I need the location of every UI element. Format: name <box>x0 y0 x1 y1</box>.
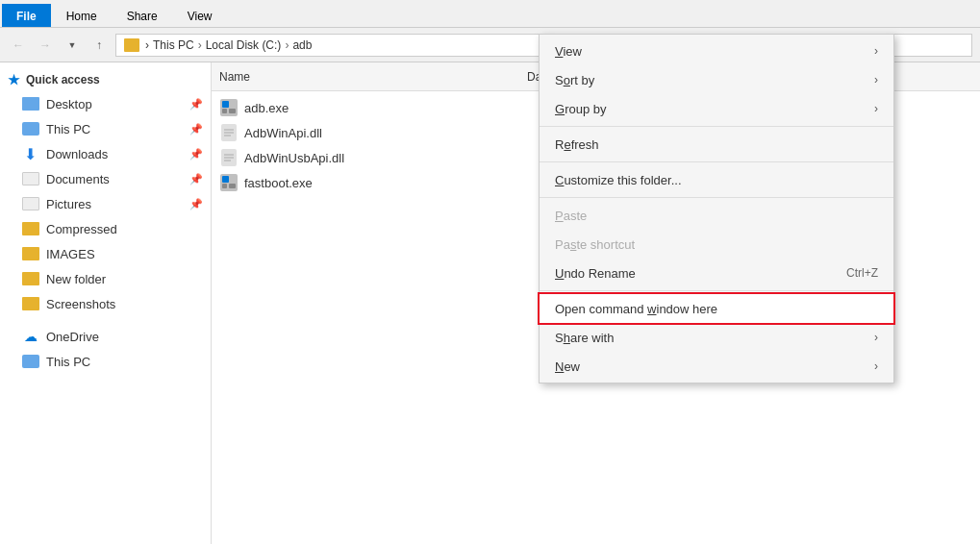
sidebar-item-images[interactable]: IMAGES <box>0 241 211 266</box>
sidebar-item-new-folder[interactable]: New folder <box>0 266 211 291</box>
compressed-folder-icon <box>21 221 40 236</box>
svg-rect-15 <box>229 184 236 188</box>
ctx-label-new: New <box>555 359 580 374</box>
ctx-item-undo-rename[interactable]: Undo Rename Ctrl+Z <box>540 259 893 287</box>
ctx-shortcut-undo-rename: Ctrl+Z <box>846 266 878 280</box>
ctx-item-paste-shortcut: Paste shortcut <box>540 230 893 259</box>
recent-locations-button[interactable]: ▼ <box>62 35 83 56</box>
ctx-label-refresh: Refresh <box>555 137 599 152</box>
sidebar-label-images: IMAGES <box>46 247 95 261</box>
ctx-item-share-with[interactable]: Share with › <box>540 323 893 352</box>
new-folder-icon <box>21 271 40 286</box>
sidebar-label-pictures: Pictures <box>46 197 91 211</box>
pictures-icon <box>21 196 40 211</box>
sidebar-label-documents: Documents <box>46 172 110 186</box>
svg-rect-1 <box>222 101 229 108</box>
sidebar-item-screenshots[interactable]: Screenshots <box>0 291 211 316</box>
ctx-item-new[interactable]: New › <box>540 352 893 381</box>
sidebar-item-downloads[interactable]: ⬇ Downloads 📌 <box>0 141 211 166</box>
ctx-label-share-with: Share with <box>555 331 614 345</box>
forward-button[interactable]: → <box>35 35 56 56</box>
svg-rect-13 <box>222 176 229 183</box>
path-part-localdisk: Local Disk (C:) <box>206 38 282 52</box>
thispc-icon <box>21 121 40 136</box>
sidebar-item-pictures[interactable]: Pictures 📌 <box>0 191 211 216</box>
path-part-adb: adb <box>292 38 312 52</box>
file-name-fastboot-exe: fastboot.exe <box>244 176 313 190</box>
ctx-arrow-view: › <box>874 44 878 58</box>
tab-share[interactable]: Share <box>113 4 172 27</box>
quick-access-header[interactable]: ★ Quick access <box>0 68 211 91</box>
ribbon: File Home Share View <box>0 0 980 28</box>
up-button[interactable]: ↑ <box>88 35 110 56</box>
tab-file[interactable]: File <box>2 4 51 27</box>
pin-icon-desktop: 📌 <box>189 98 203 111</box>
ctx-label-customize: Customize this folder... <box>555 173 682 187</box>
sidebar-label-downloads: Downloads <box>46 147 108 161</box>
sidebar-label-new-folder: New folder <box>46 272 106 286</box>
adbwinapi-icon <box>219 124 239 141</box>
sidebar-item-thispc[interactable]: This PC 📌 <box>0 116 211 141</box>
ctx-arrow-new: › <box>874 359 878 373</box>
sidebar-label-screenshots: Screenshots <box>46 297 115 311</box>
back-button[interactable]: ← <box>8 35 29 56</box>
tab-home[interactable]: Home <box>52 4 112 27</box>
file-name-adbwinapi: AdbWinApi.dll <box>244 126 322 140</box>
sidebar-item-desktop[interactable]: Desktop 📌 <box>0 91 211 116</box>
ctx-label-undo-rename: Undo Rename <box>555 266 636 281</box>
screenshots-folder-icon <box>21 296 40 311</box>
main-layout: ★ Quick access Desktop 📌 This PC 📌 ⬇ Dow… <box>0 62 980 544</box>
tab-view[interactable]: View <box>173 4 227 27</box>
file-name-adbwinusbapi: AdbWinUsbApi.dll <box>244 151 344 165</box>
thispc-bottom-icon <box>21 354 40 369</box>
quick-access-label: Quick access <box>26 73 100 87</box>
pin-icon-downloads: 📌 <box>189 148 203 161</box>
sidebar: ★ Quick access Desktop 📌 This PC 📌 ⬇ Dow… <box>0 62 212 544</box>
sidebar-item-thispc-bottom[interactable]: This PC <box>0 349 211 374</box>
sidebar-label-desktop: Desktop <box>46 97 92 111</box>
svg-rect-3 <box>229 109 236 113</box>
ctx-separator-3 <box>540 197 893 198</box>
svg-rect-14 <box>222 184 227 188</box>
sidebar-item-documents[interactable]: Documents 📌 <box>0 166 211 191</box>
documents-icon <box>21 171 40 186</box>
ctx-item-group-by[interactable]: Group by › <box>540 94 893 123</box>
ctx-item-sort-by[interactable]: Sort by › <box>540 65 893 94</box>
ctx-arrow-sort-by: › <box>874 73 878 87</box>
ctx-label-paste: Paste <box>555 209 587 223</box>
pin-icon-documents: 📌 <box>189 173 203 185</box>
sidebar-item-compressed[interactable]: Compressed <box>0 216 211 241</box>
pin-icon-pictures: 📌 <box>189 198 203 210</box>
sidebar-label-compressed: Compressed <box>46 222 117 236</box>
fastboot-exe-icon <box>219 174 239 191</box>
ctx-label-sort-by: Sort by <box>555 73 594 87</box>
downloads-icon: ⬇ <box>21 146 40 161</box>
onedrive-icon: ☁ <box>21 329 40 344</box>
sidebar-label-thispc: This PC <box>46 122 90 136</box>
ctx-item-open-command[interactable]: Open command window here <box>540 294 893 323</box>
pin-icon-thispc: 📌 <box>189 123 203 136</box>
file-name-adb-exe: adb.exe <box>244 101 289 115</box>
ctx-item-refresh[interactable]: Refresh <box>540 130 893 159</box>
ctx-arrow-group-by: › <box>874 102 878 115</box>
quick-access-star-icon: ★ <box>8 72 20 87</box>
sidebar-label-thispc-bottom: This PC <box>46 355 90 369</box>
ctx-item-customize[interactable]: Customize this folder... <box>540 165 893 194</box>
svg-rect-2 <box>222 109 227 113</box>
ribbon-tabs: File Home Share View <box>0 0 980 27</box>
col-header-name: Name <box>212 70 519 84</box>
ctx-separator-2 <box>540 161 893 162</box>
adbwinusbapi-icon <box>219 149 239 166</box>
sidebar-item-onedrive[interactable]: ☁ OneDrive <box>0 324 211 349</box>
ctx-arrow-share-with: › <box>874 331 878 344</box>
ctx-label-view: View <box>555 44 582 59</box>
images-folder-icon <box>21 246 40 261</box>
ctx-item-view[interactable]: View › <box>540 37 893 65</box>
ctx-label-open-command: Open command window here <box>555 302 717 316</box>
path-part-thispc: This PC <box>153 38 194 52</box>
desktop-icon <box>21 96 40 111</box>
path-folder-icon <box>124 38 139 52</box>
sidebar-label-onedrive: OneDrive <box>46 330 99 344</box>
ctx-label-paste-shortcut: Paste shortcut <box>555 237 635 252</box>
ctx-item-paste: Paste <box>540 201 893 230</box>
